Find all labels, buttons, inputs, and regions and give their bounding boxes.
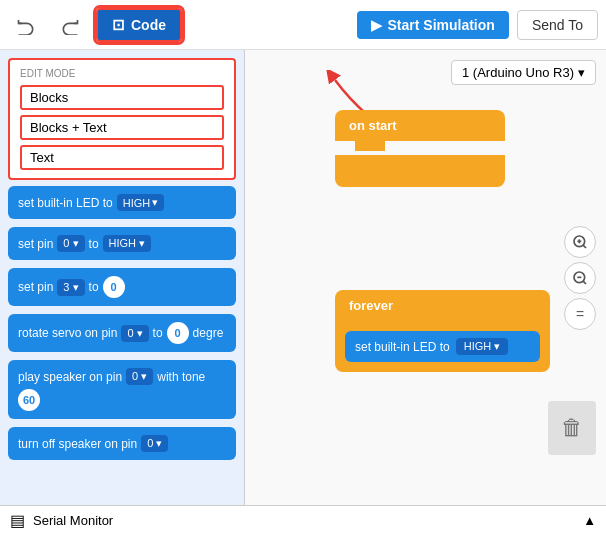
zoom-controls: = xyxy=(564,226,596,330)
block-pin3-badge[interactable]: 3 ▾ xyxy=(57,279,84,296)
edit-mode-text[interactable]: Text xyxy=(20,145,224,170)
code-button[interactable]: ⊡ Code xyxy=(96,8,182,42)
zoom-reset-button[interactable]: = xyxy=(564,298,596,330)
on-start-label: on start xyxy=(349,118,397,133)
forever-label: forever xyxy=(349,298,393,313)
send-to-button[interactable]: Send To xyxy=(517,10,598,40)
block-servo-value: 0 xyxy=(167,322,189,344)
edit-mode-blocks-text-label: Blocks + Text xyxy=(30,120,107,135)
block-pin3-value: 0 xyxy=(103,276,125,298)
code-label: Code xyxy=(131,17,166,33)
sendto-label: Send To xyxy=(532,17,583,33)
arduino-chevron-icon: ▾ xyxy=(578,65,585,80)
block-rotate-servo[interactable]: rotate servo on pin 0 ▾ to 0 degre xyxy=(8,314,236,352)
start-simulation-button[interactable]: ▶ Start Simulation xyxy=(357,11,509,39)
block-set-pin3-label: set pin xyxy=(18,280,53,294)
trash-area: 🗑 xyxy=(548,401,596,455)
edit-mode-blocks-text[interactable]: Blocks + Text xyxy=(20,115,224,140)
edit-mode-dropdown: EDIT MODE Blocks Blocks + Text Text xyxy=(8,58,236,180)
block-turn-off-speaker-label: turn off speaker on pin xyxy=(18,437,137,451)
block-servo-pin-badge[interactable]: 0 ▾ xyxy=(121,325,148,342)
edit-mode-blocks-label: Blocks xyxy=(30,90,68,105)
simulate-label: Start Simulation xyxy=(388,17,495,33)
undo-button[interactable] xyxy=(8,7,44,43)
canvas-block-forever: forever set built-in LED to HIGH ▾ xyxy=(335,290,550,372)
arduino-label: 1 (Arduino Uno R3) xyxy=(462,65,574,80)
main-area: EDIT MODE Blocks Blocks + Text Text set … xyxy=(0,50,606,505)
serial-monitor-label: Serial Monitor xyxy=(33,513,113,528)
block-turn-off-speaker[interactable]: turn off speaker on pin 0 ▾ xyxy=(8,427,236,460)
block-servo-suffix: degre xyxy=(193,326,224,340)
sidebar: EDIT MODE Blocks Blocks + Text Text set … xyxy=(0,50,245,505)
simulate-icon: ▶ xyxy=(371,17,382,33)
blocks-list: set built-in LED to HIGH ▾ set pin 0 ▾ t… xyxy=(0,180,244,505)
footer-collapse-icon[interactable]: ▲ xyxy=(583,513,596,528)
zoom-reset-icon: = xyxy=(576,306,584,322)
block-set-led-label: set built-in LED to xyxy=(18,196,113,210)
block-set-pin3[interactable]: set pin 3 ▾ to 0 xyxy=(8,268,236,306)
on-start-body xyxy=(335,155,505,187)
zoom-out-button[interactable] xyxy=(564,262,596,294)
block-high-badge[interactable]: HIGH ▾ xyxy=(103,235,152,252)
block-play-speaker-label: play speaker on pin xyxy=(18,370,122,384)
block-rotate-servo-label: rotate servo on pin xyxy=(18,326,117,340)
forever-inner-badge-label: HIGH xyxy=(464,340,492,352)
forever-inner-set-led: set built-in LED to HIGH ▾ xyxy=(345,331,540,362)
edit-mode-blocks[interactable]: Blocks xyxy=(20,85,224,110)
block-set-led[interactable]: set built-in LED to HIGH ▾ xyxy=(8,186,236,219)
edit-mode-text-label: Text xyxy=(30,150,54,165)
block-pin0-badge[interactable]: 0 ▾ xyxy=(57,235,84,252)
arduino-selector[interactable]: 1 (Arduino Uno R3) ▾ xyxy=(451,60,596,85)
block-speaker-pin-badge[interactable]: 0 ▾ xyxy=(126,368,153,385)
svg-line-4 xyxy=(583,245,586,248)
serial-monitor-icon: ▤ xyxy=(10,511,25,530)
trash-icon: 🗑 xyxy=(561,415,583,441)
forever-body: set built-in LED to HIGH ▾ xyxy=(335,321,550,372)
block-play-speaker[interactable]: play speaker on pin 0 ▾ with tone 60 xyxy=(8,360,236,419)
block-set-led-badge[interactable]: HIGH ▾ xyxy=(117,194,165,211)
forever-inner-label: set built-in LED to xyxy=(355,340,450,354)
canvas-area: 1 (Arduino Uno R3) ▾ on start xyxy=(245,50,606,505)
forever-header: forever xyxy=(335,290,550,321)
redo-button[interactable] xyxy=(52,7,88,43)
svg-line-7 xyxy=(583,281,586,284)
forever-inner-badge: HIGH ▾ xyxy=(456,338,509,355)
block-set-pin-high-label: set pin xyxy=(18,237,53,251)
zoom-in-button[interactable] xyxy=(564,226,596,258)
toolbar: ⊡ Code ▶ Start Simulation Send To xyxy=(0,0,606,50)
code-icon: ⊡ xyxy=(112,16,125,34)
canvas-block-on-start: on start xyxy=(335,110,505,187)
edit-mode-label: EDIT MODE xyxy=(20,68,224,79)
block-tone-value: 60 xyxy=(18,389,40,411)
footer-bar: ▤ Serial Monitor ▲ xyxy=(0,505,606,535)
block-off-pin-badge[interactable]: 0 ▾ xyxy=(141,435,168,452)
on-start-header: on start xyxy=(335,110,505,141)
block-set-pin-high[interactable]: set pin 0 ▾ to HIGH ▾ xyxy=(8,227,236,260)
